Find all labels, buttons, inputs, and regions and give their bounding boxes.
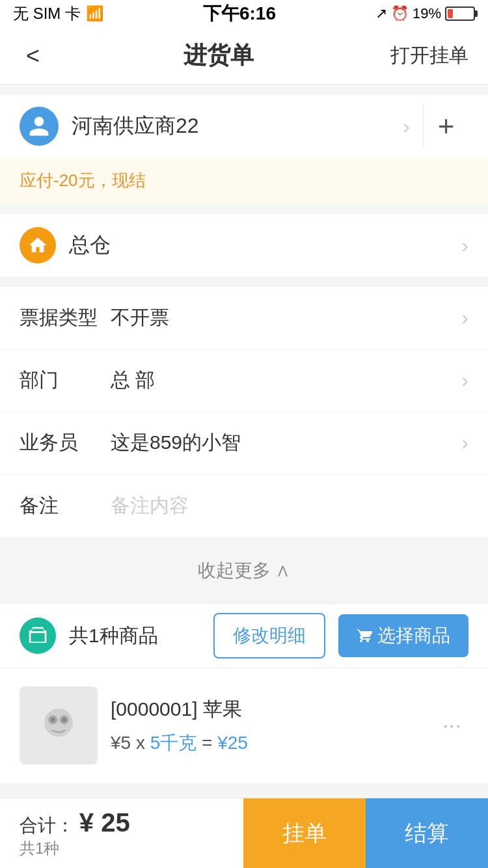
wifi-icon: 📶 <box>86 5 103 22</box>
select-product-button[interactable]: 选择商品 <box>338 614 468 657</box>
total-amount: ¥ 25 <box>79 808 130 837</box>
back-button[interactable]: < <box>20 36 46 76</box>
svg-point-3 <box>51 718 55 722</box>
warehouse-section: 总仓 › <box>0 214 488 277</box>
invoice-type-row[interactable]: 票据类型 不开票 › <box>0 287 488 349</box>
total-row: 合计： ¥ 25 <box>20 808 224 838</box>
product-image-placeholder <box>36 703 81 748</box>
select-product-icon <box>357 628 372 644</box>
invoice-type-label: 票据类型 <box>20 305 111 331</box>
total-section: 合计： ¥ 25 共1种 <box>0 798 243 868</box>
product-total: ¥25 <box>217 733 248 753</box>
department-chevron: › <box>461 368 468 392</box>
product-title: 苹果 <box>203 698 242 720</box>
supplier-name: 河南供应商22 <box>72 112 396 141</box>
product-multiply: x <box>136 733 150 753</box>
add-button[interactable]: + <box>423 103 468 149</box>
form-section: 票据类型 不开票 › 部门 总 部 › 业务员 这是859的小智 › 备注 备注… <box>0 287 488 537</box>
supplier-chevron: › <box>403 115 410 139</box>
warehouse-row[interactable]: 总仓 › <box>0 214 488 277</box>
person-icon <box>27 115 51 138</box>
open-pending-button[interactable]: 打开挂单 <box>390 42 468 69</box>
supplier-section: 河南供应商22 › + 应付-20元，现结 <box>0 95 488 204</box>
product-thumbnail <box>20 686 98 765</box>
remark-value: 备注内容 <box>111 493 468 519</box>
product-price-label: ¥5 x 5千克 = ¥25 <box>111 731 424 755</box>
supplier-avatar <box>20 107 59 146</box>
product-count-label: 共1种商品 <box>69 623 200 649</box>
alarm-icon: ⏰ <box>391 5 409 22</box>
bottom-bar: 合计： ¥ 25 共1种 挂单 结算 <box>0 798 488 868</box>
alert-banner: 应付-20元，现结 <box>0 157 488 204</box>
invoice-type-value: 不开票 <box>111 305 455 331</box>
edit-detail-button[interactable]: 修改明细 <box>213 613 325 658</box>
nav-bar: < 进货单 打开挂单 <box>0 27 488 85</box>
battery-percent: 19% <box>413 5 441 22</box>
product-quantity: 5千克 <box>150 733 197 753</box>
time-label: 下午6:16 <box>203 1 276 26</box>
salesperson-chevron: › <box>461 431 468 455</box>
checkout-button[interactable]: 结算 <box>366 798 488 868</box>
department-label: 部门 <box>20 367 111 394</box>
salesperson-value: 这是859的小智 <box>111 429 455 456</box>
shopping-bag-icon <box>27 625 48 646</box>
invoice-chevron: › <box>461 306 468 330</box>
salesperson-row[interactable]: 业务员 这是859的小智 › <box>0 412 488 474</box>
total-count-label: 共1种 <box>20 838 224 859</box>
warehouse-name: 总仓 <box>69 231 455 260</box>
salesperson-label: 业务员 <box>20 429 111 456</box>
battery-icon <box>445 7 475 21</box>
svg-point-4 <box>62 718 66 722</box>
select-product-label: 选择商品 <box>377 623 450 648</box>
department-value: 总 部 <box>111 367 455 394</box>
hang-button[interactable]: 挂单 <box>243 798 366 868</box>
warehouse-icon <box>20 227 56 264</box>
collapse-more-button[interactable]: 收起更多 ∧ <box>0 547 488 594</box>
product-unit-price: ¥5 <box>111 733 131 753</box>
remark-label: 备注 <box>20 493 111 519</box>
status-right: ↗ ⏰ 19% <box>375 5 475 22</box>
product-equals: = <box>202 733 217 753</box>
product-header: 共1种商品 修改明细 选择商品 <box>0 604 488 667</box>
product-more-button[interactable]: ··· <box>437 709 468 742</box>
product-item: [0000001] 苹果 ¥5 x 5千克 = ¥25 ··· <box>0 668 488 783</box>
top-divider <box>0 85 488 95</box>
home-icon <box>27 235 48 256</box>
carrier-label: 无 SIM 卡 <box>13 3 81 24</box>
location-icon: ↗ <box>375 5 387 22</box>
product-section-icon <box>20 617 56 654</box>
department-row[interactable]: 部门 总 部 › <box>0 349 488 412</box>
supplier-row[interactable]: 河南供应商22 › + <box>0 95 488 157</box>
product-info: [0000001] 苹果 ¥5 x 5千克 = ¥25 <box>111 696 424 755</box>
remark-row[interactable]: 备注 备注内容 <box>0 474 488 537</box>
status-left: 无 SIM 卡 📶 <box>13 3 103 24</box>
page-title: 进货单 <box>183 40 254 72</box>
total-label: 合计： <box>20 815 74 835</box>
product-name-label: [0000001] 苹果 <box>111 696 424 723</box>
product-code: [0000001] <box>111 698 197 720</box>
status-bar: 无 SIM 卡 📶 下午6:16 ↗ ⏰ 19% <box>0 0 488 27</box>
warehouse-chevron: › <box>461 234 468 258</box>
